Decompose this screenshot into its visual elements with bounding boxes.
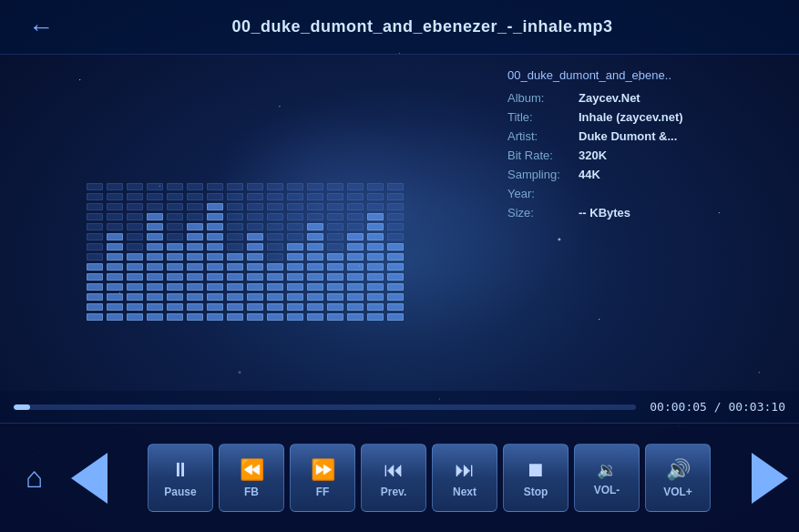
eq-bar — [227, 183, 243, 321]
next-track-area — [744, 437, 794, 519]
equalizer-display — [87, 157, 404, 321]
prev-button[interactable]: Prev. — [361, 444, 426, 512]
fb-button[interactable]: FB — [219, 444, 284, 512]
stop-icon — [526, 458, 546, 482]
eq-bar — [107, 183, 123, 321]
size-label: Size: — [507, 206, 571, 220]
fb-icon — [240, 458, 264, 482]
sampling-value: 44K — [579, 168, 600, 181]
eq-bar — [287, 183, 303, 321]
stop-button[interactable]: Stop — [503, 444, 569, 512]
next-label: Next — [453, 486, 476, 498]
eq-bar — [387, 183, 404, 321]
next-button[interactable]: Next — [432, 444, 497, 512]
eq-bar — [187, 183, 203, 321]
year-row: Year: — [507, 187, 781, 200]
title-row: Title: Inhale (zaycev.net) — [507, 110, 781, 124]
size-row: Size: -- KBytes — [507, 206, 781, 220]
sampling-row: Sampling: 44K — [507, 168, 781, 181]
eq-bar — [267, 183, 283, 321]
track-title: 00_duke_dumont_and_ebenezer_-_inhale.mp3 — [64, 17, 781, 36]
prev-icon — [384, 458, 404, 482]
eq-bar — [247, 183, 263, 321]
bitrate-row: Bit Rate: 320K — [507, 148, 781, 162]
stop-label: Stop — [524, 486, 548, 498]
header: ← 00_duke_dumont_and_ebenezer_-_inhale.m… — [0, 0, 799, 55]
vol-down-label: VOL- — [594, 484, 620, 496]
track-filename: 00_duke_dumont_and_ebene.. — [507, 68, 781, 82]
time-display: 00:00:05 / 00:03:10 — [650, 400, 785, 414]
fb-label: FB — [244, 486, 259, 498]
equalizer-area — [0, 55, 489, 423]
artist-label: Artist: — [507, 129, 571, 143]
playback-controls: Pause FB FF Prev. Next Stop — [114, 444, 744, 512]
eq-bar — [167, 183, 183, 321]
album-row: Album: Zaycev.Net — [507, 91, 781, 105]
eq-bar — [307, 183, 323, 321]
album-label: Album: — [507, 91, 571, 105]
player: ← 00_duke_dumont_and_ebenezer_-_inhale.m… — [0, 0, 799, 532]
pause-label: Pause — [164, 486, 196, 498]
vol-up-button[interactable]: VOL+ — [645, 444, 711, 512]
main-content: 00_duke_dumont_and_ebene.. Album: Zaycev… — [0, 55, 799, 423]
title-value: Inhale (zaycev.net) — [579, 110, 683, 124]
eq-bar — [207, 183, 223, 321]
left-side-controls: ⌂ — [5, 437, 64, 519]
progress-bar[interactable] — [14, 404, 636, 410]
pause-icon — [170, 458, 190, 482]
back-arrow-icon: ← — [28, 13, 54, 42]
left-arrow-button[interactable] — [71, 453, 108, 504]
ff-icon — [311, 458, 335, 482]
vol-up-label: VOL+ — [663, 486, 692, 498]
vol-down-button[interactable]: VOL- — [574, 444, 640, 512]
pause-button[interactable]: Pause — [148, 444, 213, 512]
controls-bar: ⌂ Pause FB FF Prev. — [0, 423, 799, 532]
progress-fill — [14, 404, 30, 410]
bitrate-label: Bit Rate: — [507, 148, 571, 162]
ff-button[interactable]: FF — [290, 444, 355, 512]
back-button[interactable]: ← — [18, 9, 64, 46]
eq-bar — [347, 183, 364, 321]
track-info-panel: 00_duke_dumont_and_ebene.. Album: Zaycev… — [489, 55, 799, 423]
artist-value: Duke Dumont &... — [579, 129, 677, 143]
eq-bar — [87, 183, 103, 321]
progress-area: 00:00:05 / 00:03:10 — [0, 391, 799, 423]
bitrate-value: 320K — [579, 148, 607, 162]
eq-bar — [147, 183, 163, 321]
ff-label: FF — [316, 486, 330, 498]
total-time: 00:03:10 — [728, 400, 785, 414]
time-separator: / — [714, 400, 729, 414]
album-value: Zaycev.Net — [579, 91, 640, 105]
eq-bar — [127, 183, 143, 321]
prev-track-area — [64, 437, 114, 519]
title-label: Title: — [507, 110, 571, 124]
vol-up-icon — [666, 458, 691, 482]
right-arrow-button[interactable] — [752, 453, 788, 504]
next-icon — [455, 458, 475, 482]
current-time: 00:00:05 — [650, 400, 707, 414]
year-label: Year: — [507, 187, 571, 200]
sampling-label: Sampling: — [507, 168, 571, 181]
vol-down-icon — [597, 460, 617, 480]
eq-bar — [367, 183, 384, 321]
artist-row: Artist: Duke Dumont &... — [507, 129, 781, 143]
eq-bar — [327, 183, 343, 321]
size-value: -- KBytes — [579, 206, 630, 220]
home-button[interactable]: ⌂ — [9, 453, 59, 503]
prev-label: Prev. — [381, 486, 406, 498]
